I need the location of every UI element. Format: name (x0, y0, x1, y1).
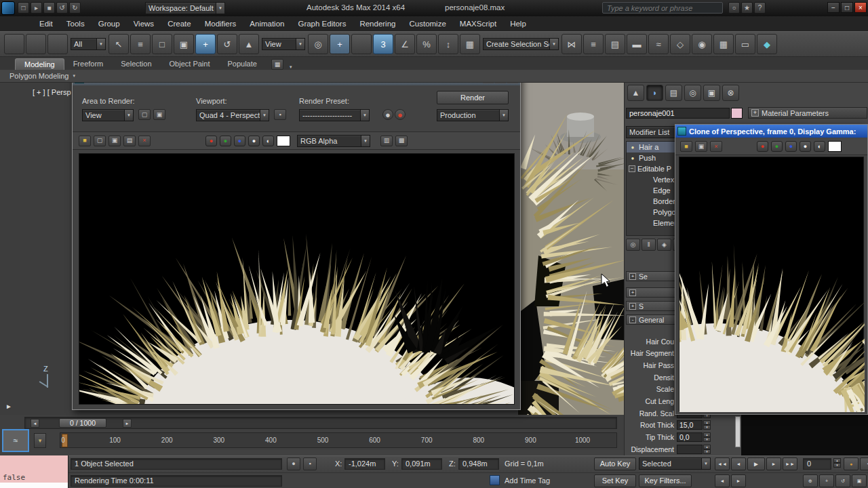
maximize-button[interactable]: □ (841, 2, 853, 13)
utilities-tab[interactable]: ⊗ (722, 85, 739, 101)
previous-frame-button[interactable]: ◄ (731, 458, 746, 470)
clear-image-icon[interactable]: × (138, 136, 151, 146)
previous-key-button[interactable]: ◄ (715, 474, 730, 487)
render-target-dropdown[interactable]: Production ▼ (437, 109, 509, 121)
align-icon[interactable]: ≡ (583, 34, 604, 54)
viewport-corner-label[interactable]: [ + ] [ Persp (33, 88, 71, 96)
monochrome-channel-icon[interactable]: ● (800, 141, 811, 152)
menu-edit[interactable]: Edit (33, 20, 60, 28)
maximize-viewport-icon[interactable]: ▣ (852, 474, 867, 487)
zoom-icon[interactable]: ⊕ (803, 474, 818, 487)
blue-channel-icon[interactable]: ● (785, 141, 797, 152)
window-crossing-icon[interactable]: ▣ (174, 34, 194, 54)
save-image-icon[interactable]: ■ (79, 136, 91, 146)
spinner-up-icon[interactable]: ▴ (703, 432, 711, 437)
ribbon-toggle-icon[interactable]: ▬ (627, 34, 647, 54)
edit-region-icon[interactable]: ▢ (138, 109, 151, 120)
y-coordinate-field[interactable]: 0,091m (401, 458, 442, 470)
maxscript-mini-listener[interactable]: false (0, 455, 68, 488)
object-name-field[interactable] (626, 108, 730, 119)
clone-window-icon[interactable]: ▣ (108, 136, 121, 146)
spinner-snap-icon[interactable]: ↕ (438, 34, 458, 54)
go-to-start-button[interactable]: ◄◄ (715, 458, 730, 470)
next-frame-button[interactable]: ► (766, 458, 781, 470)
unlink-selection-icon[interactable] (26, 34, 46, 54)
mirror-icon[interactable]: ⋈ (561, 34, 582, 54)
named-selection-sets-icon[interactable]: ▦ (460, 34, 480, 54)
schematic-view-icon[interactable]: ◇ (670, 34, 690, 54)
background-color-swatch[interactable] (277, 136, 290, 146)
select-and-scale-icon[interactable]: ▲ (239, 34, 259, 54)
go-to-end-button[interactable]: ►► (783, 458, 797, 470)
bind-to-space-warp-icon[interactable] (47, 34, 68, 54)
menu-maxscript[interactable]: MAXScript (453, 20, 503, 28)
sign-in-icon[interactable]: ○ (728, 2, 740, 14)
select-by-name-icon[interactable]: ≡ (130, 34, 151, 54)
clone-rendered-image[interactable] (679, 157, 864, 411)
open-file-icon[interactable]: ▸ (31, 2, 42, 14)
select-and-move-icon[interactable]: + (195, 34, 216, 54)
menu-views[interactable]: Views (127, 20, 161, 28)
keyboard-override-icon[interactable] (351, 34, 372, 54)
area-to-render-dropdown[interactable]: View ▼ (82, 109, 134, 121)
rendered-frame-icon[interactable]: ▭ (735, 34, 755, 54)
angle-snap-icon[interactable]: ∠ (395, 34, 415, 54)
parameter-field[interactable]: 15,0 (677, 420, 703, 430)
key-filters-button[interactable]: Key Filters... (639, 474, 692, 487)
ribbon-tab-populate[interactable]: Populate (218, 58, 265, 70)
select-object-icon[interactable]: ↖ (108, 34, 129, 54)
spinner-up-icon[interactable]: ▴ (703, 420, 711, 425)
auto-region-icon[interactable]: ▣ (153, 109, 165, 120)
x-coordinate-field[interactable]: -1,024m (344, 458, 385, 470)
modify-tab[interactable]: ◗ (646, 85, 663, 101)
copy-image-icon[interactable]: ▢ (94, 136, 106, 146)
ribbon-tab-selection[interactable]: Selection (112, 58, 160, 70)
reference-coordinate-dropdown[interactable]: View▼ (262, 38, 305, 50)
menu-animation[interactable]: Animation (243, 20, 291, 28)
track-bar[interactable]: 01002003004005006007008009001000 (60, 432, 617, 448)
display-tab[interactable]: ▣ (703, 85, 720, 101)
clone-background-swatch[interactable] (828, 141, 842, 152)
isolate-selection-toggle[interactable]: ● (287, 458, 300, 470)
ribbon-chevron-icon[interactable]: ▾ (290, 64, 292, 70)
select-and-rotate-icon[interactable]: ↺ (217, 34, 237, 54)
select-and-link-icon[interactable] (4, 34, 24, 54)
search-input[interactable] (602, 2, 723, 14)
time-tag-icon[interactable] (490, 475, 500, 485)
minimize-button[interactable]: − (827, 2, 840, 13)
time-slider-handle[interactable]: 0 / 1000 (59, 418, 106, 428)
app-logo-icon[interactable] (1, 1, 15, 15)
parameter-spinner[interactable]: ▴▾ (703, 432, 711, 442)
curve-editor-icon[interactable]: ≈ (648, 34, 669, 54)
menu-group[interactable]: Group (92, 20, 127, 28)
help-icon[interactable]: ? (754, 2, 766, 14)
spinner-down-icon[interactable]: ▾ (703, 425, 711, 430)
alpha-channel-icon[interactable]: ◐ (814, 141, 825, 152)
print-image-icon[interactable]: ▤ (123, 136, 136, 146)
motion-tab[interactable]: ◎ (684, 85, 701, 101)
add-time-tag-label[interactable]: Add Time Tag (505, 476, 550, 485)
menu-rendering[interactable]: Rendering (353, 20, 402, 28)
spinner-down-icon[interactable]: ▾ (703, 449, 711, 454)
next-key-button[interactable]: ► (731, 474, 746, 487)
menu-customize[interactable]: Customize (402, 20, 452, 28)
toggle-ui-overlays-icon[interactable]: ▥ (380, 136, 393, 146)
pan-hand-icon[interactable]: + (819, 474, 834, 487)
time-configuration-icon[interactable]: ◔ (860, 458, 868, 470)
blue-channel-icon[interactable]: ● (234, 136, 245, 146)
make-unique-icon[interactable]: ◈ (657, 239, 671, 251)
menu-modifiers[interactable]: Modifiers (198, 20, 243, 28)
menu-tools[interactable]: Tools (60, 20, 92, 28)
red-channel-icon[interactable]: ● (757, 141, 768, 152)
set-key-button[interactable]: Set Key (594, 474, 636, 487)
current-frame-field[interactable]: 0 (803, 458, 831, 470)
layer-manager-icon[interactable]: ▤ (605, 34, 625, 54)
parameter-spinner[interactable]: ▴▾ (703, 420, 711, 430)
parameter-spinner[interactable]: ▴▾ (703, 445, 711, 454)
ribbon-tab-object-paint[interactable]: Object Paint (161, 58, 219, 70)
favorites-icon[interactable]: ★ (741, 2, 753, 14)
selection-set-dropdown[interactable]: Create Selection Se▼ (483, 38, 559, 50)
viewport-scene[interactable] (518, 83, 624, 415)
frame-spinner-down-icon[interactable]: ▾ (833, 463, 841, 468)
green-channel-icon[interactable]: ● (771, 141, 783, 152)
